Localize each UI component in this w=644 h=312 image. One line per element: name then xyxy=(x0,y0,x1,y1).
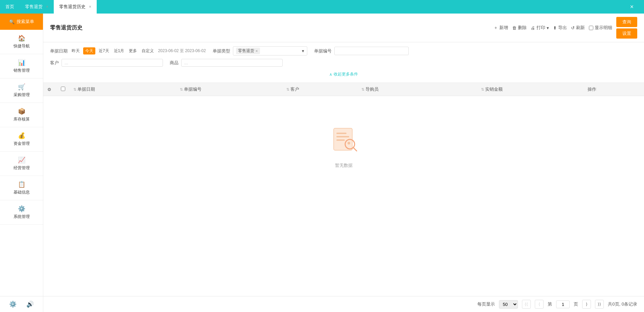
purchase-icon: 🛒 xyxy=(18,83,25,91)
plus-icon: ＋ xyxy=(494,25,498,31)
type-select[interactable]: 零售退货 × ▾ xyxy=(233,46,307,55)
tab-home[interactable]: 首页 xyxy=(0,0,20,14)
th-voucher-no[interactable]: 单据编号 xyxy=(176,83,282,96)
sidebar-item-purchase-mgmt-label: 采购管理 xyxy=(14,92,30,98)
last-page-button[interactable]: ⟩⟩ xyxy=(595,300,604,309)
th-checkbox[interactable] xyxy=(57,83,69,96)
sales-icon: 📊 xyxy=(18,59,25,66)
customer-select[interactable]: ... xyxy=(62,59,163,67)
goods-filter: 商品 ... xyxy=(170,59,283,67)
filter-row-2: 客户 ... 商品 ... xyxy=(50,59,637,67)
prev-page-button[interactable]: ⟨ xyxy=(535,300,544,309)
select-all-checkbox[interactable] xyxy=(61,87,65,91)
top-bar-right: × xyxy=(625,0,644,14)
refresh-icon: ↺ xyxy=(571,25,575,30)
table-area: ⚙ 单据日期 单据编号 客户 导购员 实销金额 操作 xyxy=(43,83,644,296)
query-settings-group: 查询 设置 xyxy=(616,17,637,39)
settings-bottom-icon[interactable]: ⚙️ xyxy=(9,300,17,308)
home-icon: 🏠 xyxy=(18,35,25,42)
custom-shortcut[interactable]: 自定义 xyxy=(140,47,155,54)
more-shortcut[interactable]: 更多 xyxy=(127,47,138,54)
type-label: 单据类型 xyxy=(213,48,230,54)
sidebar-item-finance-label: 资金管理 xyxy=(14,141,30,147)
sidebar-item-quick-nav[interactable]: 🏠 快捷导航 xyxy=(0,30,43,54)
svg-point-6 xyxy=(348,142,350,144)
tab-retail-return-history-close[interactable]: × xyxy=(89,4,91,9)
page-label-suffix: 页 xyxy=(574,301,578,307)
collapse-bar[interactable]: ∧ 收起更多条件 xyxy=(50,70,637,79)
sidebar-item-system-mgmt[interactable]: ⚙️ 系统管理 xyxy=(0,200,43,225)
th-guide[interactable]: 导购员 xyxy=(357,83,448,96)
show-detail-checkbox[interactable]: 显示明细 xyxy=(589,25,612,31)
last7days-shortcut[interactable]: 近7天 xyxy=(97,47,111,54)
yesterday-shortcut[interactable]: 昨天 xyxy=(70,47,81,54)
type-dropdown-icon: ▾ xyxy=(302,48,304,53)
delete-button[interactable]: 🗑 删除 xyxy=(512,25,527,31)
refresh-label: 刷新 xyxy=(576,25,585,31)
export-label: 导出 xyxy=(558,25,567,31)
show-detail-check[interactable] xyxy=(589,26,593,30)
table-body: 暂无数据 xyxy=(43,96,644,196)
tab-retail-return-close[interactable]: × xyxy=(46,4,48,9)
date-shortcuts: 昨天 今天 近7天 近1月 更多 自定义 xyxy=(70,47,155,54)
table-footer: 每页显示 20 50 100 ⟨⟨ ⟨ 第 页 ⟩ ⟩⟩ 共0页, 0条记录 xyxy=(43,296,644,312)
header-actions: ＋ 新增 🗑 删除 🖨 打印 ▾ ⬆ 导出 ↺ 刷新 xyxy=(494,17,637,39)
sidebar-item-finance[interactable]: 💰 资金管理 xyxy=(0,127,43,152)
empty-illustration xyxy=(327,123,361,157)
total-records: 共0页, 0条记录 xyxy=(608,301,637,307)
customer-placeholder: ... xyxy=(65,60,68,65)
voucher-label: 单据编号 xyxy=(314,48,332,54)
print-button[interactable]: 🖨 打印 ▾ xyxy=(531,25,549,31)
sidebar-item-inventory[interactable]: 📦 库存核算 xyxy=(0,103,43,127)
empty-state: 暂无数据 xyxy=(43,96,644,196)
empty-text: 暂无数据 xyxy=(335,162,353,169)
query-button[interactable]: 查询 xyxy=(616,17,637,27)
sidebar-search[interactable]: 🔍 搜索菜单 xyxy=(0,14,43,30)
settings-button[interactable]: 设置 xyxy=(616,28,637,39)
sidebar: 🔍 搜索菜单 🏠 快捷导航 📊 销售管理 🛒 采购管理 📦 库存核算 💰 资金管… xyxy=(0,14,43,312)
page-size-select[interactable]: 20 50 100 xyxy=(499,300,518,309)
empty-state-row: 暂无数据 xyxy=(43,96,644,196)
print-dropdown-icon: ▾ xyxy=(547,25,549,30)
volume-icon[interactable]: 🔊 xyxy=(26,300,34,308)
export-button[interactable]: ⬆ 导出 xyxy=(553,25,567,31)
today-shortcut[interactable]: 今天 xyxy=(83,47,95,54)
svg-line-5 xyxy=(353,148,357,151)
sidebar-item-sales-mgmt[interactable]: 📊 销售管理 xyxy=(0,54,43,79)
th-date[interactable]: 单据日期 xyxy=(69,83,176,96)
refresh-button[interactable]: ↺ 刷新 xyxy=(571,25,585,31)
date-filter: 单据日期 昨天 今天 近7天 近1月 更多 自定义 2023-06-02 至 2… xyxy=(50,47,206,54)
inventory-icon: 📦 xyxy=(18,108,25,115)
tab-home-label: 首页 xyxy=(5,4,14,10)
th-actions: 操作 xyxy=(583,83,644,96)
current-page-input[interactable] xyxy=(556,300,570,308)
th-settings[interactable]: ⚙ xyxy=(43,83,57,96)
empty-cell: 暂无数据 xyxy=(43,96,644,196)
sidebar-item-operation[interactable]: 📈 经营管理 xyxy=(0,152,43,176)
sidebar-bottom: ⚙️ 🔊 xyxy=(0,296,43,312)
tab-retail-return-history[interactable]: 零售退货历史 × xyxy=(54,0,97,14)
first-page-button[interactable]: ⟨⟨ xyxy=(522,300,531,309)
goods-label: 商品 xyxy=(170,60,178,66)
new-button[interactable]: ＋ 新增 xyxy=(494,25,508,31)
customer-filter: 客户 ... xyxy=(50,59,163,67)
voucher-input[interactable] xyxy=(334,47,409,55)
customer-label: 客户 xyxy=(50,60,59,66)
sidebar-item-quick-nav-label: 快捷导航 xyxy=(14,43,30,49)
tab-retail-return[interactable]: 零售退货 × xyxy=(20,0,54,14)
sidebar-item-purchase-mgmt[interactable]: 🛒 采购管理 xyxy=(0,79,43,103)
finance-icon: 💰 xyxy=(18,132,25,139)
table-header-row: ⚙ 单据日期 单据编号 客户 导购员 实销金额 操作 xyxy=(43,83,644,96)
next-page-button[interactable]: ⟩ xyxy=(582,300,591,309)
th-amount[interactable]: 实销金额 xyxy=(477,83,583,96)
filter-area: 单据日期 昨天 今天 近7天 近1月 更多 自定义 2023-06-02 至 2… xyxy=(43,42,644,83)
window-close-button[interactable]: × xyxy=(625,0,639,14)
sidebar-item-inventory-label: 库存核算 xyxy=(14,116,30,122)
sidebar-item-basic-info[interactable]: 📋 基础信息 xyxy=(0,176,43,200)
basic-info-icon: 📋 xyxy=(18,181,25,188)
last1month-shortcut[interactable]: 近1月 xyxy=(113,47,126,54)
goods-select[interactable]: ... xyxy=(181,59,283,67)
tab-bar: 首页 零售退货 × 零售退货历史 × xyxy=(0,0,625,14)
th-customer[interactable]: 客户 xyxy=(282,83,357,96)
type-tag-remove[interactable]: × xyxy=(256,49,258,53)
